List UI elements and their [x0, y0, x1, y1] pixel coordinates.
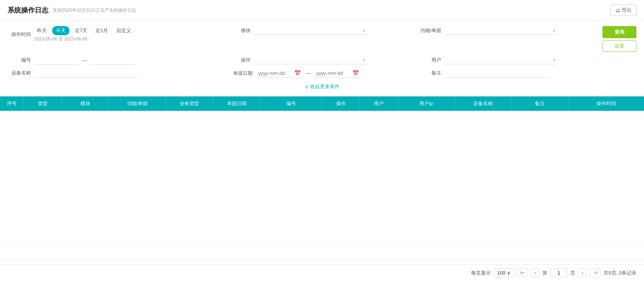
export-button[interactable]: 🗂 导出: [610, 5, 636, 16]
code-label: 编号: [8, 57, 34, 64]
col-device: 设备名称: [454, 96, 511, 111]
device-filter-col: 设备名称: [8, 68, 233, 78]
operation-select[interactable]: ∨: [254, 56, 367, 64]
setting-button[interactable]: 设置: [602, 40, 636, 52]
module-select[interactable]: ∨: [254, 26, 367, 35]
collapse-button[interactable]: ∧ 收起更多条件: [305, 83, 340, 90]
date-start-wrapper[interactable]: 📅: [256, 68, 303, 78]
last-page-button[interactable]: ⊣: [590, 269, 601, 277]
remark-filter-col: 备注: [418, 68, 602, 78]
collapse-icon: ∧: [305, 84, 309, 90]
data-table: 序号 类型 模块 功能/单据 业务类型 单据日期 编号 操作 用户 用户ip 设…: [0, 96, 644, 244]
export-icon: 🗂: [615, 8, 620, 13]
empty-row: [0, 111, 644, 243]
filter-row-3: 设备名称 单据日期 📅 — 📅 备注: [8, 68, 636, 78]
col-business-type: 业务类型: [166, 96, 213, 111]
col-index: 序号: [0, 96, 24, 111]
operation-label: 操作: [233, 57, 254, 64]
horizontal-scrollbar[interactable]: [0, 260, 644, 264]
col-voucher-date: 单据日期: [213, 96, 260, 111]
feature-filter-col: 功能/单据 ∨: [418, 26, 602, 35]
user-filter-col: 用户 ∨: [418, 56, 602, 64]
collapse-row: ∧ 收起更多条件: [8, 82, 636, 92]
page-input[interactable]: [550, 269, 567, 277]
filter-row-2: 编号 — 操作 ∨ 用户 ∨: [8, 56, 636, 65]
time-btn-today[interactable]: 今天: [52, 26, 69, 35]
time-range-text: 2023-06-06 至 2023-06-06: [34, 36, 134, 42]
code-dash: —: [79, 57, 90, 63]
code-input-start[interactable]: [34, 56, 79, 65]
title-area: 系统操作日志 支持2020年10月31日之后产生的操作日志: [8, 6, 136, 15]
time-btn-yesterday[interactable]: 昨天: [34, 26, 50, 35]
time-filter-wrapper: 昨天 今天 近7天 近1月 自定义 2023-06-06 至 2023-06-0…: [34, 26, 134, 42]
next-page-button[interactable]: ›: [578, 269, 587, 277]
voucher-date-label: 单据日期: [233, 70, 256, 77]
calendar-start-icon[interactable]: 📅: [294, 70, 301, 76]
table-area: 序号 类型 模块 功能/单据 业务类型 单据日期 编号 操作 用户 用户ip 设…: [0, 96, 644, 260]
module-filter-col: 模块 ∨: [233, 26, 418, 35]
col-remark: 备注: [511, 96, 568, 111]
table-header-row: 序号 类型 模块 功能/单据 业务类型 单据日期 编号 操作 用户 用户ip 设…: [0, 96, 644, 111]
page-header: 系统操作日志 支持2020年10月31日之后产生的操作日志 🗂 导出: [0, 0, 644, 21]
filter-area: 操作时间 昨天 今天 近7天 近1月 自定义 2023-06-06 至 2023…: [0, 21, 644, 96]
page-label: 第: [542, 270, 547, 276]
export-label: 导出: [622, 7, 632, 14]
col-type: 类型: [24, 96, 62, 111]
page-title: 系统操作日志: [8, 6, 48, 15]
code-input-end[interactable]: [90, 56, 136, 65]
time-btn-custom[interactable]: 自定义: [113, 26, 134, 35]
per-page-select[interactable]: 100 ∨: [494, 269, 514, 277]
time-btn-1month[interactable]: 近1月: [93, 26, 111, 35]
module-chevron-icon: ∨: [362, 28, 366, 33]
col-module: 模块: [62, 96, 109, 111]
user-chevron-icon: ∨: [553, 57, 556, 62]
page-suffix: 页: [570, 270, 575, 276]
col-feature: 功能/单据: [109, 96, 165, 111]
table-body: [0, 111, 644, 243]
col-user-ip: 用户ip: [398, 96, 454, 111]
date-dash: —: [303, 70, 314, 76]
filter-row-1: 操作时间 昨天 今天 近7天 近1月 自定义 2023-06-06 至 2023…: [8, 26, 636, 52]
module-label: 模块: [233, 27, 254, 34]
user-select[interactable]: ∨: [444, 56, 558, 64]
remark-input[interactable]: [444, 68, 550, 78]
first-page-button[interactable]: ⊢: [517, 269, 528, 277]
col-op-time: 操作时间: [568, 96, 644, 111]
date-start-input[interactable]: [258, 70, 292, 76]
code-filter-col: 编号 —: [8, 56, 233, 65]
operation-chevron-icon: ∨: [362, 57, 366, 62]
total-label: 共0页, 0条记录: [604, 270, 636, 276]
date-end-input[interactable]: [316, 70, 350, 76]
per-page-label: 每页显示: [471, 270, 491, 276]
device-label: 设备名称: [8, 70, 34, 76]
user-label: 用户: [418, 57, 444, 64]
empty-cell: [0, 111, 644, 243]
collapse-label: 收起更多条件: [310, 83, 340, 90]
pagination-bar: 每页显示 100 ∨ ⊢ ‹ 第 页 › ⊣ 共0页, 0条记录: [0, 264, 644, 281]
per-page-value: 100: [497, 270, 505, 276]
action-buttons: 查询 设置: [602, 26, 636, 52]
col-operation: 操作: [322, 96, 360, 111]
operation-filter-col: 操作 ∨: [233, 56, 418, 64]
col-user: 用户: [360, 96, 398, 111]
time-label: 操作时间: [8, 31, 34, 38]
page-subtitle: 支持2020年10月31日之后产生的操作日志: [53, 7, 136, 14]
voucher-date-filter-col: 单据日期 📅 — 📅: [233, 68, 418, 78]
feature-label: 功能/单据: [418, 27, 444, 34]
date-end-wrapper[interactable]: 📅: [314, 68, 361, 78]
time-filter-col: 操作时间 昨天 今天 近7天 近1月 自定义 2023-06-06 至 2023…: [8, 26, 233, 42]
col-code: 编号: [260, 96, 322, 111]
calendar-end-icon[interactable]: 📅: [352, 70, 359, 76]
remark-label: 备注: [418, 70, 444, 76]
prev-page-button[interactable]: ‹: [531, 269, 539, 277]
time-buttons: 昨天 今天 近7天 近1月 自定义: [34, 26, 134, 35]
feature-chevron-icon: ∨: [553, 28, 556, 33]
feature-select[interactable]: ∨: [444, 26, 558, 35]
per-page-chevron: ∨: [507, 270, 511, 276]
time-btn-7days[interactable]: 近7天: [72, 26, 90, 35]
device-input[interactable]: [34, 68, 140, 78]
query-button[interactable]: 查询: [602, 26, 636, 38]
